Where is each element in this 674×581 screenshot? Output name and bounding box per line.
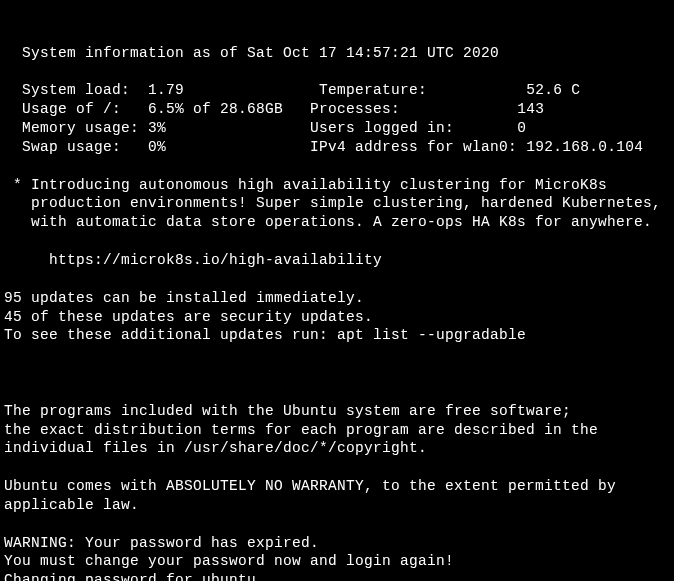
updates-line2: 45 of these updates are security updates… [4,309,373,325]
temp-value: 52.6 C [526,82,580,98]
password-must: You must change your password now and lo… [4,553,454,569]
password-warning: WARNING: Your password has expired. [4,535,319,551]
mem-label: Memory usage: [4,120,148,136]
usage-value: 6.5% of 28.68GB [148,101,283,117]
proc-label: Processes: [310,101,400,117]
ip-value: 192.168.0.104 [526,139,643,155]
ip-label: IPv4 address for wlan0: [310,139,517,155]
legal-line5: applicable law. [4,497,139,513]
sysinfo-header: System information as of Sat Oct 17 14:5… [4,45,499,61]
news-line3: with automatic data store operations. A … [4,214,652,230]
mem-value: 3% [148,120,166,136]
updates-line3: To see these additional updates run: apt… [4,327,526,343]
users-label: Users logged in: [310,120,454,136]
usage-label: Usage of /: [4,101,148,117]
news-bullet: * Introducing autonomous high availabili… [4,177,607,193]
swap-value: 0% [148,139,166,155]
swap-label: Swap usage: [4,139,148,155]
legal-line3: individual files in /usr/share/doc/*/cop… [4,440,427,456]
password-changing: Changing password for ubuntu. [4,572,265,581]
load-label: System load: [4,82,148,98]
legal-line1: The programs included with the Ubuntu sy… [4,403,571,419]
news-url: https://microk8s.io/high-availability [4,252,382,268]
proc-value: 143 [517,101,544,117]
load-value: 1.79 [148,82,184,98]
updates-line1: 95 updates can be installed immediately. [4,290,364,306]
legal-line4: Ubuntu comes with ABSOLUTELY NO WARRANTY… [4,478,616,494]
temp-label: Temperature: [319,82,427,98]
legal-line2: the exact distribution terms for each pr… [4,422,598,438]
users-value: 0 [517,120,526,136]
news-line2: production environments! Super simple cl… [4,195,661,211]
